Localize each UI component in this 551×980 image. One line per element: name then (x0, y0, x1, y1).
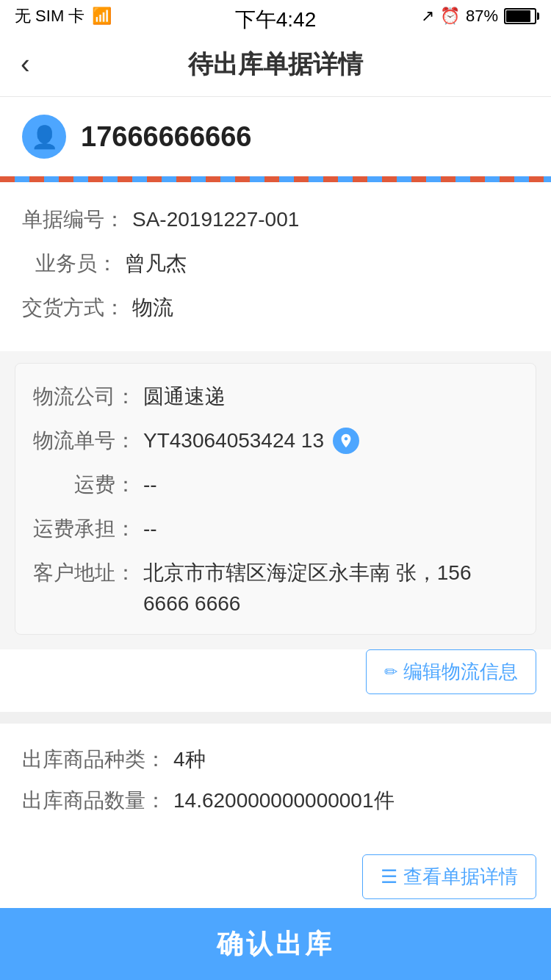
map-pin-icon (338, 433, 354, 449)
goods-quantity-label: 出库商品数量： (22, 787, 173, 815)
freight-row: 运费： -- (33, 469, 518, 500)
address-label: 客户地址： (33, 558, 143, 588)
goods-quantity-value: 14.620000000000001件 (173, 787, 529, 815)
salesperson-value: 曾凡杰 (125, 248, 529, 279)
customer-phone: 17666666666 (81, 121, 251, 153)
alarm-icon: ⏰ (440, 7, 460, 26)
address-value: 北京市市辖区海淀区永丰南 张，156 6666 6666 (143, 558, 518, 619)
status-left: 无 SIM 卡 📶 (15, 5, 112, 27)
section-divider (0, 712, 551, 724)
carrier-text: 无 SIM 卡 (15, 5, 84, 27)
status-time: 下午4:42 (235, 6, 317, 34)
delivery-method-label: 交货方式： (22, 292, 132, 323)
customer-header: 👤 17666666666 (0, 97, 551, 176)
tracking-number-value: YT43064053424 13 (143, 425, 324, 456)
goods-type-label: 出库商品种类： (22, 746, 173, 774)
freight-bearer-value: -- (143, 514, 518, 544)
track-location-icon[interactable] (333, 428, 359, 454)
edit-logistics-button[interactable]: ✏ 编辑物流信息 (366, 649, 536, 694)
view-detail-label: 查看单据详情 (403, 864, 518, 890)
nav-title: 待出库单据详情 (188, 48, 363, 82)
logistics-company-label: 物流公司： (33, 381, 143, 412)
battery-icon (504, 8, 536, 24)
delivery-method-value: 物流 (132, 292, 529, 323)
salesperson-label: 业务员： (22, 248, 125, 279)
doc-number-row: 单据编号： SA-20191227-001 (22, 204, 529, 235)
location-icon: ↗ (421, 7, 434, 26)
freight-bearer-row: 运费承担： -- (33, 514, 518, 544)
status-right: ↗ ⏰ 87% (421, 7, 536, 26)
avatar-icon: 👤 (31, 124, 58, 150)
doc-number-label: 单据编号： (22, 204, 132, 235)
edit-logistics-label: 编辑物流信息 (403, 659, 518, 685)
logistics-company-row: 物流公司： 圆通速递 (33, 381, 518, 412)
detail-list-icon: ☰ (381, 865, 397, 888)
edit-icon: ✏ (384, 663, 397, 682)
tracking-row: 物流单号： YT43064053424 13 (33, 425, 518, 456)
goods-type-value: 4种 (173, 746, 529, 774)
goods-quantity-row: 出库商品数量： 14.620000000000001件 (22, 787, 529, 815)
back-button[interactable]: ‹ (21, 48, 30, 80)
wifi-icon: 📶 (92, 7, 112, 26)
freight-label: 运费： (33, 469, 143, 500)
confirm-button-bar[interactable]: 确认出库 (0, 908, 551, 980)
delivery-method-row: 交货方式： 物流 (22, 292, 529, 323)
freight-value: -- (143, 469, 518, 500)
doc-info-section: 单据编号： SA-20191227-001 业务员： 曾凡杰 交货方式： 物流 (0, 182, 551, 351)
address-row: 客户地址： 北京市市辖区海淀区永丰南 张，156 6666 6666 (33, 558, 518, 619)
confirm-btn-text: 确认出库 (217, 926, 334, 962)
nav-bar: ‹ 待出库单据详情 (0, 32, 551, 97)
tracking-number-container: YT43064053424 13 (143, 425, 359, 456)
freight-bearer-label: 运费承担： (33, 514, 143, 544)
edit-btn-row: ✏ 编辑物流信息 (0, 649, 551, 712)
logistics-card: 物流公司： 圆通速递 物流单号： YT43064053424 13 运费： --… (15, 363, 536, 635)
goods-section: 出库商品种类： 4种 出库商品数量： 14.620000000000001件 (0, 724, 551, 843)
dashed-divider (0, 176, 551, 182)
view-detail-button[interactable]: ☰ 查看单据详情 (362, 854, 536, 899)
logistics-company-value: 圆通速递 (143, 381, 518, 412)
tracking-label: 物流单号： (33, 425, 143, 456)
doc-number-value: SA-20191227-001 (132, 204, 529, 235)
battery-percent: 87% (466, 7, 498, 26)
salesperson-row: 业务员： 曾凡杰 (22, 248, 529, 279)
goods-type-row: 出库商品种类： 4种 (22, 746, 529, 774)
status-bar: 无 SIM 卡 📶 下午4:42 ↗ ⏰ 87% (0, 0, 551, 32)
avatar: 👤 (22, 115, 66, 159)
